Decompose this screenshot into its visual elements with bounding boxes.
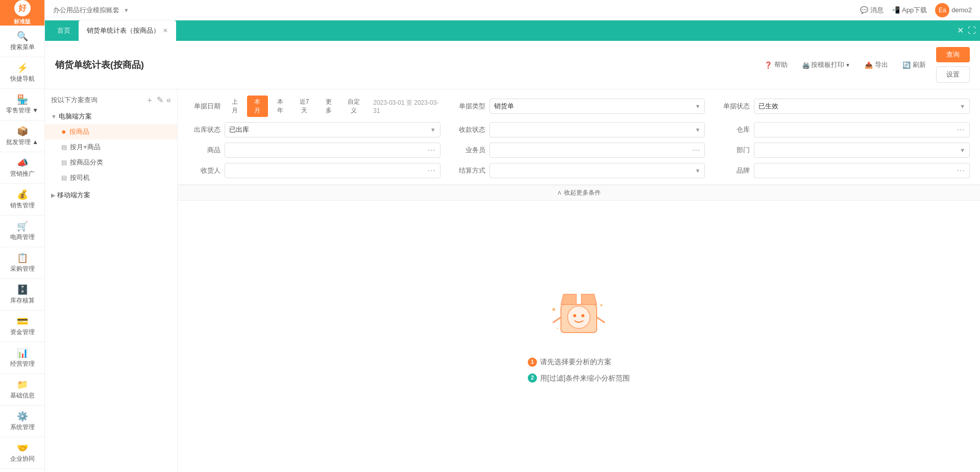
collapse-bar[interactable]: ∧ 收起更多条件 (178, 185, 980, 201)
date-btn-last-month[interactable]: 上月 (225, 96, 245, 117)
tree-item-by-category-icon: ▤ (61, 159, 67, 166)
tree-item-by-category[interactable]: ▤ 按商品分类 (45, 155, 177, 170)
filter-warehouse-select[interactable]: ··· (754, 122, 970, 137)
message-icon: 💬 (860, 6, 868, 14)
sidebar-item-search[interactable]: 🔍 搜索菜单 (0, 26, 44, 57)
print-btn[interactable]: 🖨️ 按模板打印 ▼ (798, 58, 854, 72)
sidebar-item-finance[interactable]: 💳 资金管理 (0, 311, 44, 342)
sidebar-item-basics-label: 基础信息 (2, 391, 42, 400)
filter-doc-status-select[interactable]: 已生效 ▼ (754, 99, 970, 114)
tree-item-by-cashier[interactable]: ▤ 按司机 (45, 170, 177, 185)
filter-date-label: 单据日期 (188, 102, 220, 111)
settings-btn[interactable]: 设置 (936, 66, 970, 83)
refresh-btn[interactable]: 🔄 刷新 (898, 58, 930, 72)
page-title: 销货单统计表(按商品) (55, 59, 144, 77)
sidebar-item-inventory[interactable]: 🗄️ 库存核算 (0, 279, 44, 311)
filter-doc-status-arrow: ▼ (960, 103, 965, 109)
filter-item-brand: 品牌 ··· (717, 163, 970, 178)
filter-doc-status-value: 已生效 (758, 102, 778, 111)
tab-home[interactable]: 首页 (49, 20, 79, 41)
refresh-icon: 🔄 (902, 61, 911, 69)
filter-doc-status-control: 已生效 ▼ (754, 99, 970, 114)
sidebar-item-operations[interactable]: 📊 经营管理 (0, 342, 44, 374)
sidebar-item-ecommerce[interactable]: 🛒 电商管理 (0, 216, 44, 247)
tree-group-mobile-header[interactable]: ▶ 移动端方案 (45, 187, 177, 203)
date-btn-more[interactable]: 更多 (318, 96, 338, 117)
export-btn[interactable]: 📤 导出 (861, 58, 892, 72)
refresh-label: 刷新 (913, 60, 926, 69)
query-btn[interactable]: 查询 (936, 47, 970, 62)
filter-item-doc-status: 单据状态 已生效 ▼ (717, 99, 970, 114)
system-icon: ⚙️ (2, 411, 42, 422)
tab-maximize-btn[interactable]: ⛶ (968, 27, 976, 35)
export-label: 导出 (875, 60, 888, 69)
filter-settlement-select[interactable]: ▼ (489, 163, 705, 178)
sidebar-item-purchase[interactable]: 📋 采购管理 (0, 247, 44, 279)
date-btn-this-year[interactable]: 本年 (270, 96, 290, 117)
search-icon: 🔍 (2, 31, 42, 42)
tree-item-by-cashier-label: 按司机 (70, 173, 90, 182)
message-btn[interactable]: 💬 消息 (860, 6, 884, 15)
filter-item-product: 商品 ··· (188, 143, 440, 158)
edit-scheme-btn[interactable]: ✎ (157, 96, 163, 104)
tree-item-by-product[interactable]: ● 按商品 (45, 124, 177, 139)
filter-row-2: 出库状态 已出库 ▼ 收款状态 (188, 122, 970, 137)
marketing-icon: 📣 (2, 157, 42, 169)
date-btn-last7days[interactable]: 近7天 (292, 96, 316, 117)
sidebar-item-quicknav[interactable]: ⚡ 快捷导航 (0, 57, 44, 89)
collapse-scheme-btn[interactable]: « (166, 96, 171, 104)
scheme-panel-actions: ＋ ✎ « (145, 96, 171, 104)
help-label: 帮助 (774, 60, 788, 69)
filter-doc-type-label: 单据类型 (453, 102, 485, 111)
filter-product-label: 商品 (188, 146, 220, 155)
tree-item-by-product-icon: ● (61, 127, 66, 136)
tree-group-pc-header[interactable]: ▼ 电脑端方案 (45, 109, 177, 124)
user-menu[interactable]: Ea demo2 (935, 3, 972, 17)
tab-sales-stat-close[interactable]: ✕ (163, 27, 168, 34)
sidebar-item-newuser[interactable]: 👤 新手引导 (0, 469, 44, 472)
sidebar-item-enterprise[interactable]: 🤝 企业协同 (0, 437, 44, 469)
filter-section: 单据日期 上月 本月 本年 近7天 更多 自定义 2023-03-01 至 20… (178, 89, 980, 185)
sidebar-item-sales[interactable]: 💰 销售管理 (0, 184, 44, 216)
filter-salesman-label: 业务员 (453, 146, 485, 155)
sidebar-item-basics[interactable]: 📁 基础信息 (0, 374, 44, 406)
filter-salesman-select[interactable]: ··· (489, 143, 705, 158)
sidebar-item-ecommerce-label: 电商管理 (2, 233, 42, 242)
tab-close-btn[interactable]: ✕ (957, 27, 964, 35)
sidebar-item-system[interactable]: ⚙️ 系统管理 (0, 406, 44, 437)
date-btn-this-month[interactable]: 本月 (247, 96, 267, 117)
filter-department-select[interactable]: ▼ (754, 143, 970, 158)
filter-doc-type-select[interactable]: 销货单 ▼ (489, 99, 705, 114)
filter-brand-select[interactable]: ··· (754, 163, 970, 178)
filter-doc-status-label: 单据状态 (717, 102, 750, 111)
sidebar-item-system-label: 系统管理 (2, 423, 42, 432)
sidebar-item-marketing[interactable]: 📣 营销推广 (0, 152, 44, 184)
filter-product-select[interactable]: ··· (225, 143, 440, 158)
filter-wh-status-select[interactable]: 已出库 ▼ (225, 122, 440, 137)
filter-brand-dots: ··· (957, 166, 965, 175)
app-download-btn[interactable]: 📲 App下载 (892, 6, 927, 15)
filter-doc-type-value: 销货单 (494, 102, 514, 111)
inventory-icon: 🗄️ (2, 284, 42, 295)
sales-icon: 💰 (2, 189, 42, 200)
topbar-dropdown-arrow[interactable]: ▼ (124, 7, 129, 13)
print-label: 按模板打印 (811, 60, 844, 69)
app-download-label: App下载 (902, 6, 927, 15)
scheme-panel-header: 按以下方案查询 ＋ ✎ « (45, 93, 177, 109)
filter-receiver-select[interactable]: ··· (225, 163, 440, 178)
sidebar-item-wholesale[interactable]: 📦 批发管理 ▲ (0, 121, 44, 152)
wholesale-icon: 📦 (2, 126, 42, 137)
date-range-value: 2023-03-01 至 2023-03-31 (373, 99, 440, 114)
filter-receiver-dots: ··· (427, 166, 435, 175)
sidebar-item-operations-label: 经营管理 (2, 360, 42, 368)
tree-group-pc-label: 电脑端方案 (59, 112, 92, 121)
date-btn-custom[interactable]: 自定义 (341, 96, 367, 117)
help-btn[interactable]: ❓ 帮助 (760, 58, 792, 72)
sidebar-item-retail[interactable]: 🏪 零售管理 ▼ (0, 89, 44, 121)
tree-item-by-month-product[interactable]: ▤ 按月+商品 (45, 139, 177, 155)
add-scheme-btn[interactable]: ＋ (145, 96, 154, 104)
tab-sales-stat[interactable]: 销货单统计表（按商品） ✕ (79, 20, 176, 41)
filter-pay-status-select[interactable]: ▼ (489, 122, 705, 137)
filter-pay-status-label: 收款状态 (453, 125, 485, 134)
tree-group-mobile-toggle: ▶ (51, 192, 55, 199)
